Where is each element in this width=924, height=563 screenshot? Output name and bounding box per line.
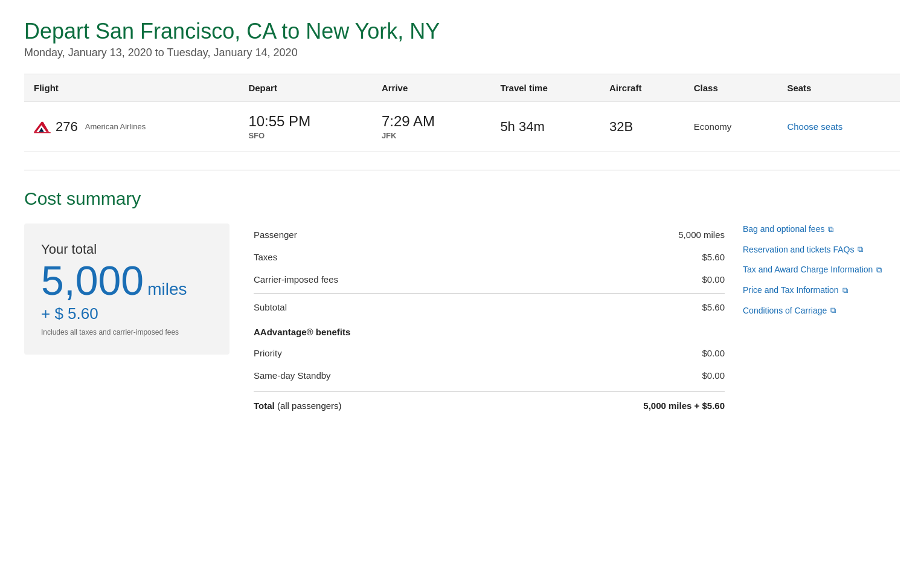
carrier-fees-value: $0.00 <box>664 274 725 285</box>
cost-row-subtotal: Subtotal $5.60 <box>254 296 725 318</box>
tax-award-link[interactable]: Tax and Award Charge Information ⧉ <box>743 264 900 276</box>
class-value: Economy <box>694 121 732 132</box>
price-tax-label: Price and Tax Information <box>743 285 839 297</box>
depart-cell: 10:55 PM SFO <box>239 102 372 152</box>
reservation-faqs-label: Reservation and tickets FAQs <box>743 244 854 256</box>
table-header-row: Flight Depart Arrive Travel time Aircraf… <box>24 74 900 102</box>
standby-label: Same-day Standby <box>254 370 331 381</box>
page-title: Depart San Francisco, CA to New York, NY <box>24 18 900 44</box>
flight-cell: 276 American Airlines <box>24 102 239 152</box>
miles-label: miles <box>147 280 187 299</box>
cost-summary-title: Cost summary <box>24 188 900 209</box>
arrive-cell: 7:29 AM JFK <box>372 102 490 152</box>
subtotal-label: Subtotal <box>254 302 287 312</box>
external-link-icon-3: ⧉ <box>842 285 848 296</box>
page-subtitle: Monday, January 13, 2020 to Tuesday, Jan… <box>24 47 900 59</box>
subtotal-value: $5.60 <box>664 302 725 312</box>
svg-marker-1 <box>39 127 44 132</box>
carrier-fees-label: Carrier-imposed fees <box>254 274 338 285</box>
col-aircraft: Aircraft <box>600 74 684 102</box>
col-class: Class <box>684 74 778 102</box>
cost-row-carrier-fees: Carrier-imposed fees $0.00 <box>254 268 725 291</box>
external-link-icon-4: ⧉ <box>830 305 836 316</box>
aircraft-code: 32B <box>609 119 633 134</box>
col-flight: Flight <box>24 74 239 102</box>
class-cell: Economy <box>684 102 778 152</box>
taxes-value: $5.60 <box>664 252 725 262</box>
section-divider <box>24 170 900 170</box>
choose-seats-link[interactable]: Choose seats <box>787 121 842 132</box>
conditions-carriage-link[interactable]: Conditions of Carriage ⧉ <box>743 305 900 317</box>
total-value: 5,000 miles + $5.60 <box>643 401 725 411</box>
flight-number: 276 <box>56 119 78 135</box>
cost-row-passenger: Passenger 5,000 miles <box>254 224 725 246</box>
depart-airport: SFO <box>248 131 265 140</box>
arrive-airport: JFK <box>382 131 397 140</box>
col-travel-time: Travel time <box>490 74 600 102</box>
passenger-label: Passenger <box>254 230 297 240</box>
standby-value: $0.00 <box>664 370 725 381</box>
external-link-icon-0: ⧉ <box>828 224 833 235</box>
cost-subtotal-divider <box>254 293 725 294</box>
aircraft-cell: 32B <box>600 102 684 152</box>
priority-label: Priority <box>254 348 282 358</box>
flight-table: Flight Depart Arrive Travel time Aircraf… <box>24 74 900 152</box>
cost-row-standby: Same-day Standby $0.00 <box>254 364 725 387</box>
table-row: 276 American Airlines 10:55 PM SFO 7:29 … <box>24 102 900 152</box>
col-seats: Seats <box>777 74 900 102</box>
cost-details: Passenger 5,000 miles Taxes $5.60 Carrie… <box>254 224 725 413</box>
total-label: Total (all passengers) <box>254 401 342 411</box>
total-row: Total (all passengers) 5,000 miles + $5.… <box>254 391 725 413</box>
tax-award-label: Tax and Award Charge Information <box>743 264 873 276</box>
reservation-faqs-link[interactable]: Reservation and tickets FAQs ⧉ <box>743 244 900 256</box>
conditions-carriage-label: Conditions of Carriage <box>743 305 827 317</box>
benefits-title: AAdvantage® benefits <box>254 318 725 342</box>
seats-cell: Choose seats <box>777 102 900 152</box>
col-depart: Depart <box>239 74 372 102</box>
your-total-label: Your total <box>41 242 213 257</box>
depart-time: 10:55 PM <box>248 113 362 130</box>
travel-time-value: 5h 34m <box>500 119 544 134</box>
miles-row: 5,000 miles <box>41 260 213 301</box>
external-link-icon-2: ⧉ <box>876 265 882 275</box>
passenger-value: 5,000 miles <box>664 230 725 240</box>
cost-and-links: Passenger 5,000 miles Taxes $5.60 Carrie… <box>254 224 900 413</box>
airline-name: American Airlines <box>85 122 146 131</box>
cost-layout: Your total 5,000 miles + $ 5.60 Includes… <box>24 224 900 413</box>
miles-amount: 5,000 <box>41 260 144 301</box>
cost-row-priority: Priority $0.00 <box>254 342 725 364</box>
external-link-icon-1: ⧉ <box>858 244 863 255</box>
priority-value: $0.00 <box>664 348 725 358</box>
airline-logo-icon <box>34 120 51 134</box>
bag-fees-link[interactable]: Bag and optional fees ⧉ <box>743 224 900 236</box>
cost-row-taxes: Taxes $5.60 <box>254 246 725 268</box>
price-tax-link[interactable]: Price and Tax Information ⧉ <box>743 285 900 297</box>
travel-time-cell: 5h 34m <box>490 102 600 152</box>
plus-cash: + $ 5.60 <box>41 304 213 323</box>
links-section: Bag and optional fees ⧉ Reservation and … <box>743 224 900 413</box>
includes-text: Includes all taxes and carrier-imposed f… <box>41 328 213 336</box>
arrive-time: 7:29 AM <box>382 113 481 130</box>
taxes-label: Taxes <box>254 252 277 262</box>
bag-fees-label: Bag and optional fees <box>743 224 824 236</box>
cost-total-box: Your total 5,000 miles + $ 5.60 Includes… <box>24 224 229 355</box>
col-arrive: Arrive <box>372 74 490 102</box>
